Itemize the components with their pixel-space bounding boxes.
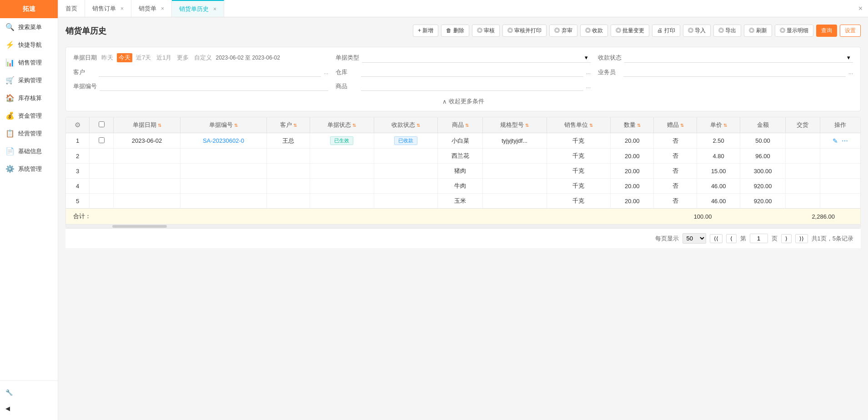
date-7days[interactable]: 近7天 xyxy=(134,53,153,62)
th-price[interactable]: 单价⇅ xyxy=(697,117,740,133)
edit-icon[interactable]: ✎ xyxy=(833,137,838,145)
th-gear[interactable]: ⚙ xyxy=(66,117,90,133)
sidebar-item-quick-nav[interactable]: ⚡ 快捷导航 xyxy=(0,36,58,54)
customer-input[interactable] xyxy=(99,67,321,77)
prev-page-button[interactable]: ⟨ xyxy=(726,234,737,243)
cell-action[interactable]: ✎⋯ xyxy=(820,133,860,149)
date-range-value: 2023-06-02 至 2023-06-02 xyxy=(216,54,280,62)
date-today[interactable]: 今天 xyxy=(117,53,132,62)
sidebar-item-inventory[interactable]: 🏠 库存核算 xyxy=(0,89,58,107)
tab-home[interactable]: 首页 xyxy=(58,0,85,17)
refresh-button[interactable]: ◎ 刷新 xyxy=(744,25,772,37)
sys-mgmt-icon: ⚙️ xyxy=(5,165,15,173)
tab-sales-delivery[interactable]: 销货单 × xyxy=(131,0,172,17)
cell-spec xyxy=(482,179,547,194)
tab-sales-order[interactable]: 销售订单 × xyxy=(85,0,131,17)
customer-ellipsis[interactable]: ... xyxy=(324,69,328,75)
sidebar-logo: 拓速 xyxy=(0,0,58,18)
audit-print-button[interactable]: ◎ 审核并打印 xyxy=(502,25,547,37)
cell-docno[interactable]: SA-20230602-0 xyxy=(180,133,266,149)
th-spec[interactable]: 规格型号⇅ xyxy=(482,117,547,133)
th-gift[interactable]: 赠品⇅ xyxy=(654,117,697,133)
date-yesterday[interactable]: 昨天 xyxy=(100,53,115,62)
doc-type-dropdown-icon: ▾ xyxy=(585,54,588,61)
import-button[interactable]: ◎ 导入 xyxy=(683,25,711,37)
first-page-button[interactable]: ⟨⟨ xyxy=(710,234,722,243)
add-button[interactable]: + 新增 xyxy=(413,25,438,37)
th-doc-no[interactable]: 单据编号⇅ xyxy=(180,117,266,133)
cell-checkbox[interactable] xyxy=(90,133,114,149)
collect-button[interactable]: ◎ 收款 xyxy=(580,25,608,37)
doc-type-select[interactable]: ▾ xyxy=(362,53,591,63)
th-qty[interactable]: 数量⇅ xyxy=(611,117,654,133)
goods-input[interactable] xyxy=(361,81,583,91)
main-area: 首页 销售订单 × 销货单 × 销货单历史 × × 销货单历史 + 新增 🗑 删… xyxy=(58,0,868,420)
cell-qty: 20.00 xyxy=(611,194,654,209)
sidebar-item-finance-mgmt[interactable]: 💰 资金管理 xyxy=(0,107,58,125)
tab-sales-order-close[interactable]: × xyxy=(120,5,124,12)
audit-button[interactable]: ◎ 审核 xyxy=(472,25,500,37)
cell-price: 46.00 xyxy=(697,194,740,209)
cell-checkbox[interactable] xyxy=(90,149,114,164)
collect-status-select[interactable]: ▾ xyxy=(624,53,853,63)
th-customer[interactable]: 客户⇅ xyxy=(267,117,310,133)
summary-label: 合计： xyxy=(73,212,100,220)
th-doc-status[interactable]: 单据状态⇅ xyxy=(310,117,374,133)
query-button[interactable]: 查询 xyxy=(816,25,837,37)
th-pay-status[interactable]: 收款状态⇅ xyxy=(374,117,438,133)
horizontal-scrollbar[interactable] xyxy=(66,224,860,228)
collapse-button[interactable]: ∧ 收起更多条件 xyxy=(73,95,853,105)
cell-customer xyxy=(267,164,310,179)
tab-sales-delivery-close[interactable]: × xyxy=(161,5,164,12)
sidebar-bottom: 🔧 ◀ xyxy=(0,380,58,420)
select-all-checkbox[interactable] xyxy=(99,121,105,127)
scroll-thumb[interactable] xyxy=(112,225,167,228)
abandon-button[interactable]: ◎ 弃审 xyxy=(549,25,577,37)
show-detail-button[interactable]: ◎ 显示明细 xyxy=(775,25,813,37)
settings-button[interactable]: 设置 xyxy=(840,25,861,37)
export-button[interactable]: ◎ 导出 xyxy=(713,25,741,37)
cell-rownum: 3 xyxy=(66,164,90,179)
sidebar-item-ops-mgmt[interactable]: 📋 经营管理 xyxy=(0,125,58,142)
sidebar-item-sales-mgmt[interactable]: 📊 销售管理 xyxy=(0,54,58,71)
last-page-button[interactable]: ⟩⟩ xyxy=(795,234,808,243)
goods-ellipsis[interactable]: ... xyxy=(586,83,591,90)
next-page-button[interactable]: ⟩ xyxy=(781,234,792,243)
tab-sales-history-close[interactable]: × xyxy=(213,6,216,12)
page-input[interactable]: 1 xyxy=(750,234,768,243)
sidebar-collapse[interactable]: ◀ xyxy=(0,400,58,416)
cell-rownum: 2 xyxy=(66,149,90,164)
sidebar-item-search-menu[interactable]: 🔍 搜索菜单 xyxy=(0,18,58,36)
batch-change-button[interactable]: ◎ 批量变更 xyxy=(611,25,649,37)
page-size-select[interactable]: 50 100 200 xyxy=(682,233,706,244)
staff-input[interactable] xyxy=(623,67,846,77)
page-size-label: 每页显示 xyxy=(655,235,679,243)
th-goods[interactable]: 商品⇅ xyxy=(438,117,482,133)
cell-checkbox[interactable] xyxy=(90,164,114,179)
sidebar-item-purchase-mgmt[interactable]: 🛒 采购管理 xyxy=(0,71,58,89)
th-unit[interactable]: 销售单位⇅ xyxy=(547,117,611,133)
delete-button[interactable]: 🗑 删除 xyxy=(441,25,469,37)
sidebar-item-basic-info[interactable]: 📄 基础信息 xyxy=(0,142,58,160)
print-button[interactable]: 🖨 打印 xyxy=(652,25,680,37)
staff-label: 业务员 xyxy=(598,68,621,76)
th-date[interactable]: 单据日期⇅ xyxy=(114,117,181,133)
staff-ellipsis[interactable]: ... xyxy=(848,69,853,75)
more-icon[interactable]: ⋯ xyxy=(842,137,848,145)
cell-checkbox[interactable] xyxy=(90,179,114,194)
warehouse-ellipsis[interactable]: ... xyxy=(586,69,591,75)
tab-close-all-button[interactable]: × xyxy=(853,5,868,13)
date-more[interactable]: 更多 xyxy=(175,53,191,62)
date-custom[interactable]: 自定义 xyxy=(192,53,214,62)
cell-date xyxy=(114,194,181,209)
doc-no-input[interactable] xyxy=(100,81,328,91)
warehouse-input[interactable] xyxy=(361,67,583,77)
date-1month[interactable]: 近1月 xyxy=(155,53,173,62)
sidebar-settings[interactable]: 🔧 xyxy=(0,385,58,400)
th-checkbox[interactable] xyxy=(90,117,114,133)
tab-sales-history[interactable]: 销货单历史 × xyxy=(172,0,224,17)
sidebar-item-sys-mgmt[interactable]: ⚙️ 系统管理 xyxy=(0,160,58,178)
cell-checkbox[interactable] xyxy=(90,194,114,209)
data-table-wrapper: ⚙ 单据日期⇅ 单据编号⇅ 客户⇅ 单据状态⇅ xyxy=(65,117,861,228)
doc-type-label: 单据类型 xyxy=(336,54,359,62)
